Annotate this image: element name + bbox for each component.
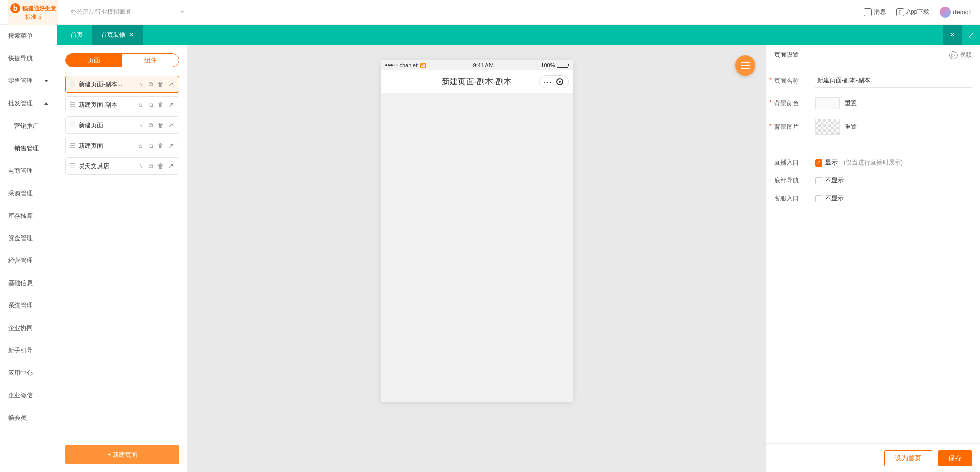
- sidebar-basic[interactable]: 基础信息: [0, 272, 57, 294]
- wifi-icon: [420, 62, 426, 68]
- share-icon[interactable]: ↗: [167, 122, 175, 129]
- sidebar-sales[interactable]: 销售管理: [0, 137, 57, 159]
- tab-decor[interactable]: 首页装修✕: [92, 25, 143, 45]
- signal-icon: [385, 64, 398, 66]
- battery-icon: 100%: [541, 62, 568, 68]
- sidebar-system[interactable]: 系统管理: [0, 294, 57, 317]
- sidebar-nav[interactable]: 快捷导航: [0, 47, 57, 69]
- bgcolor-reset[interactable]: 重置: [845, 99, 857, 108]
- delete-icon[interactable]: 🗑: [157, 81, 164, 88]
- copy-icon[interactable]: ⧉: [147, 122, 154, 129]
- delete-icon[interactable]: 🗑: [157, 101, 164, 108]
- live-show-checkbox[interactable]: ✓: [815, 159, 822, 167]
- tab-bar: 首页 首页装修✕ ✕: [57, 25, 980, 45]
- home-icon[interactable]: ⌂: [137, 81, 144, 88]
- service-checkbox[interactable]: [815, 195, 822, 202]
- sidebar-purchase[interactable]: 采购管理: [0, 182, 57, 204]
- sidebar-operation[interactable]: 经营管理: [0, 249, 57, 272]
- drag-icon[interactable]: ☰: [70, 142, 76, 149]
- phone-status-bar: chanjet 9:41 AM 100%: [381, 60, 573, 70]
- label-service: 客服入口: [774, 194, 815, 203]
- segment-page[interactable]: 页面: [66, 54, 122, 67]
- bgimg-swatch[interactable]: [815, 119, 840, 135]
- sidebar: 搜索菜单 快捷导航 零售管理 批发管理 营销推广 销售管理 电商管理 采购管理 …: [0, 25, 57, 472]
- phone-body[interactable]: [381, 93, 573, 402]
- delete-icon[interactable]: 🗑: [157, 162, 164, 170]
- label-bottom-nav: 底部导航: [774, 176, 815, 185]
- top-bar: b畅捷通好生意 标准版 办公用品行业模拟账套 ⋯ 消息 ▯ App下载 demo…: [0, 0, 980, 25]
- tab-close-all[interactable]: ✕: [943, 25, 962, 45]
- share-icon[interactable]: ↗: [167, 81, 175, 88]
- app-download-button[interactable]: ▯ App下载: [896, 8, 929, 16]
- home-icon[interactable]: ⌂: [137, 162, 144, 170]
- page-row[interactable]: ☰ 昊天文具店 ⌂⧉🗑↗: [65, 157, 179, 175]
- video-help-button[interactable]: 视频: [949, 51, 972, 59]
- copy-icon[interactable]: ⧉: [147, 101, 154, 108]
- label-bgimg: 背景图片: [774, 123, 815, 131]
- delete-icon[interactable]: 🗑: [157, 142, 164, 149]
- tab-home[interactable]: 首页: [61, 25, 92, 45]
- share-icon[interactable]: ↗: [167, 101, 175, 108]
- sidebar-marketing[interactable]: 营销推广: [0, 114, 57, 137]
- page-row[interactable]: ☰ 新建页面-副本... ⌂ ⧉ 🗑 ↗: [65, 76, 179, 93]
- brand-logo: b畅捷通好生意 标准版: [8, 0, 58, 25]
- share-icon[interactable]: ↗: [167, 142, 175, 149]
- phone-icon: ▯: [896, 8, 904, 16]
- more-icon[interactable]: [543, 77, 553, 87]
- sidebar-funds[interactable]: 资金管理: [0, 227, 57, 249]
- save-button[interactable]: 保存: [938, 450, 972, 466]
- sidebar-wecom[interactable]: 企业微信: [0, 384, 57, 407]
- new-page-button[interactable]: + 新建页面: [65, 445, 179, 464]
- component-drawer-button[interactable]: [735, 55, 755, 76]
- chevron-down-icon: [44, 80, 48, 82]
- sidebar-member[interactable]: 畅会员: [0, 407, 57, 429]
- account-select[interactable]: 办公用品行业模拟账套: [66, 8, 189, 16]
- settings-panel: 页面设置 视频 页面名称 背景颜色 重置 背景图片: [766, 45, 980, 472]
- expand-icon: [968, 30, 974, 40]
- copy-icon[interactable]: ⧉: [147, 142, 154, 149]
- phone-title-bar: 新建页面-副本-副本: [381, 70, 573, 93]
- page-row[interactable]: ☰ 新建页面-副本 ⌂⧉🗑↗: [65, 96, 179, 113]
- sidebar-search[interactable]: 搜索菜单: [0, 25, 57, 47]
- home-icon[interactable]: ⌂: [137, 142, 144, 149]
- copy-icon[interactable]: ⧉: [147, 81, 154, 88]
- messages-button[interactable]: ⋯ 消息: [864, 8, 886, 16]
- page-name-input[interactable]: [815, 74, 972, 88]
- tab-fullscreen[interactable]: [962, 25, 980, 45]
- copy-icon[interactable]: ⧉: [147, 162, 154, 170]
- home-icon[interactable]: ⌂: [137, 101, 144, 108]
- chevron-up-icon: [44, 102, 48, 105]
- page-list: ☰ 新建页面-副本... ⌂ ⧉ 🗑 ↗ ☰ 新建页面-副本 ⌂⧉🗑↗: [65, 76, 179, 441]
- sidebar-ecom[interactable]: 电商管理: [0, 159, 57, 182]
- page-row[interactable]: ☰ 新建页面 ⌂⧉🗑↗: [65, 116, 179, 134]
- drag-icon[interactable]: ☰: [70, 162, 76, 170]
- sidebar-appcenter[interactable]: 应用中心: [0, 362, 57, 384]
- label-live: 直播入口: [774, 158, 815, 167]
- drag-icon[interactable]: ☰: [70, 101, 76, 108]
- share-icon[interactable]: ↗: [167, 162, 175, 170]
- sidebar-collab[interactable]: 企业协同: [0, 317, 57, 339]
- sidebar-retail[interactable]: 零售管理: [0, 69, 57, 92]
- home-icon[interactable]: ⌂: [137, 122, 144, 129]
- segment-component[interactable]: 组件: [122, 54, 179, 67]
- sidebar-wholesale[interactable]: 批发管理: [0, 92, 57, 114]
- menu-icon: [741, 65, 750, 66]
- bgimg-reset[interactable]: 重置: [845, 123, 857, 131]
- page-row[interactable]: ☰ 新建页面 ⌂⧉🗑↗: [65, 137, 179, 154]
- avatar: [940, 7, 951, 18]
- sidebar-inventory[interactable]: 库存核算: [0, 204, 57, 227]
- drag-icon[interactable]: ☰: [70, 122, 76, 129]
- canvas: chanjet 9:41 AM 100% 新建页面-副本-副本: [188, 45, 766, 472]
- bgcolor-swatch[interactable]: [815, 97, 840, 109]
- label-page-name: 页面名称: [774, 77, 815, 85]
- close-icon[interactable]: ✕: [129, 31, 134, 38]
- sidebar-guide[interactable]: 新手引导: [0, 339, 57, 362]
- user-menu[interactable]: demo2: [940, 7, 972, 18]
- close-miniapp-icon[interactable]: [555, 77, 565, 87]
- set-home-button[interactable]: 设为首页: [884, 450, 932, 466]
- message-icon: ⋯: [864, 8, 872, 16]
- bottom-nav-checkbox[interactable]: [815, 177, 822, 184]
- panel-title: 页面设置: [774, 51, 799, 59]
- delete-icon[interactable]: 🗑: [157, 122, 164, 129]
- drag-icon[interactable]: ☰: [70, 81, 76, 88]
